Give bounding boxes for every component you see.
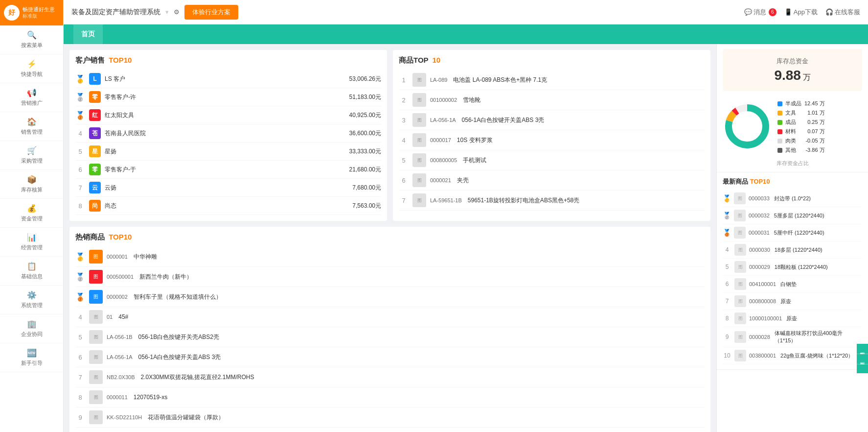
app-download-btn[interactable]: 📱 App下载 xyxy=(784,8,818,17)
settings-icon[interactable]: ⚙ xyxy=(174,8,180,16)
newest-thumb: 图 xyxy=(734,312,746,324)
hot-product-rank: 5 xyxy=(75,334,85,341)
legend-item: 肉类 -0.05 万 xyxy=(777,137,825,144)
nav-icon-guide: 🆕 xyxy=(27,348,37,358)
right-panel: 库存总资金 9.88 万 xyxy=(716,44,868,432)
hot-product-medal: 🥉 xyxy=(75,292,85,302)
sidebar-item-system[interactable]: ⚙️系统管理 xyxy=(0,286,63,314)
newest-code: 000800008 xyxy=(749,298,776,304)
product-name: 056-1A白色按键开关盖ABS 3壳 xyxy=(462,116,705,124)
nav-label-corp: 企业协同 xyxy=(21,331,43,338)
sidebar-item-sales[interactable]: 🏠销售管理 xyxy=(0,112,63,141)
donut-chart-area: 半成品 12.45 万 文具 1.01 万 成品 0.25 万 材料 0.07 … xyxy=(723,96,862,158)
hot-product-code: 0000001 xyxy=(107,254,128,260)
newest-code: 0000028 xyxy=(749,334,770,340)
legend-name: 其他 xyxy=(785,146,802,154)
product-rank: 1 xyxy=(399,76,409,84)
nav-icon-search: 🔍 xyxy=(27,30,37,40)
sidebar-item-search[interactable]: 🔍搜索菜单 xyxy=(0,25,63,54)
newest-product-item: 8 图 10000100001 原壶 xyxy=(723,310,862,327)
online-service-btn[interactable]: 🎧 在线客服 xyxy=(825,8,860,17)
product-name: 夹壳 xyxy=(457,176,705,185)
customer-ranking-item: 8 尚 尚态 7,563.00元 xyxy=(75,197,381,215)
newest-name: 封边带 (1.0*22) xyxy=(774,195,862,202)
legend-name: 肉类 xyxy=(785,137,802,144)
messages-btn[interactable]: 💬 消息 6 xyxy=(744,8,777,17)
float-buttons: 客服热线服务社区直播 xyxy=(857,344,868,373)
rank-medal: 🥈 xyxy=(75,93,85,102)
newest-product-item: 6 图 004100001 白钢垫 xyxy=(723,276,862,293)
sidebar-item-purchase[interactable]: 🛒采购管理 xyxy=(0,141,63,170)
product-top-right-item: 3 图 LA-056-1A 056-1A白色按键开关盖ABS 3壳 xyxy=(399,110,705,130)
newest-name: 5厘多层 (1220*2440) xyxy=(774,212,862,219)
phone-icon: 📱 xyxy=(784,8,792,16)
legend-name: 成品 xyxy=(785,119,804,126)
newest-thumb: 图 xyxy=(734,210,746,221)
stock-unit: 万 xyxy=(803,73,811,81)
customer-ranking-item: 4 苍 苍南县人民医院 36,600.00元 xyxy=(75,124,381,143)
newest-product-item: 🥈 图 0000032 5厘多层 (1220*2440) xyxy=(723,207,862,224)
hot-product-code: 0000002 xyxy=(107,294,128,300)
product-rank: 4 xyxy=(399,137,409,144)
newest-name: 5厘中纤 (1220*2440) xyxy=(774,229,862,237)
hot-product-code: 000500001 xyxy=(107,274,134,280)
product-top-right-item: 1 图 LA-089 电池盖 LA-089 ABS本色+黑种 7.1克 xyxy=(399,70,705,90)
messages-label: 消息 xyxy=(754,8,766,17)
dropdown-icon[interactable]: ▾ xyxy=(165,8,169,16)
newest-rank: 4 xyxy=(723,246,731,253)
sidebar-item-finance[interactable]: 💰资金管理 xyxy=(0,199,63,228)
home-tab[interactable]: 首页 xyxy=(73,24,103,44)
sidebar-item-quick[interactable]: ⚡快捷导航 xyxy=(0,54,63,83)
newest-thumb: 图 xyxy=(734,261,746,273)
nav-label-purchase: 采购管理 xyxy=(21,157,43,165)
float-btn-1[interactable]: 服务社区 xyxy=(857,354,868,364)
nav-label-sales: 销售管理 xyxy=(21,128,43,136)
sidebar-item-basic[interactable]: 📋基础信息 xyxy=(0,257,63,286)
customer-ranking-list: 🥇 L LS 客户 53,006.26元 🥈 零 零售客户-许 51,183.0… xyxy=(75,70,381,215)
nav-icon-sales: 🏠 xyxy=(27,117,37,126)
newest-thumb: 图 xyxy=(734,331,746,343)
newest-name: 白钢垫 xyxy=(780,281,862,288)
donut-chart xyxy=(723,102,772,152)
product-thumb: 图 xyxy=(412,93,426,107)
nav-icon-system: ⚙️ xyxy=(27,290,37,300)
sidebar-item-corp[interactable]: 🏢企业协同 xyxy=(0,314,63,343)
hot-product-thumb: 图 xyxy=(89,250,103,264)
hot-product-medal: 🥇 xyxy=(75,252,85,262)
newest-product-item: 10 图 003800001 22g鱼豆腐-烧烤味（1*12*20） xyxy=(723,347,862,364)
content-area: 客户销售 TOP10 🥇 L LS 客户 53,006.26元 🥈 零 零售客户… xyxy=(64,44,868,432)
legend-dot xyxy=(777,111,782,116)
rank-name: 零售客户-于 xyxy=(105,166,345,174)
hot-product-code: KK-SD22110H xyxy=(107,414,142,420)
sidebar-item-stock[interactable]: 📦库存核算 xyxy=(0,170,63,199)
customer-ranking-item: 🥉 红 红太阳文具 40,925.00元 xyxy=(75,106,381,124)
nav-icon-basic: 📋 xyxy=(27,262,37,271)
rank-amount: 40,925.00元 xyxy=(349,111,381,120)
newest-medal: 🥈 xyxy=(723,212,731,219)
stock-section: 库存总资金 9.88 万 xyxy=(717,44,868,172)
hot-product-item: 6 图 LA-056-1A 056-1A白色按键开关盖ABS 3壳 xyxy=(75,347,705,367)
sidebar-item-marketing[interactable]: 📢营销推广 xyxy=(0,83,63,112)
hot-product-rank: 9 xyxy=(75,414,85,421)
rank-avatar: 尚 xyxy=(89,200,101,212)
legend-name: 半成品 xyxy=(785,100,801,107)
hot-product-thumb: 图 xyxy=(89,330,103,344)
newest-code: 003800001 xyxy=(749,353,776,359)
trial-btn[interactable]: 体验行业方案 xyxy=(184,5,238,20)
product-rank: 3 xyxy=(399,117,409,124)
legend-item: 半成品 12.45 万 xyxy=(777,100,825,107)
sidebar-item-guide[interactable]: 🆕新手引导 xyxy=(0,343,63,372)
sidebar-item-operation[interactable]: 📊经营管理 xyxy=(0,228,63,257)
product-top-right-card: 商品TOP 10 1 图 LA-089 电池盖 LA-089 ABS本色+黑种 … xyxy=(393,50,710,221)
rank-avatar: 星 xyxy=(89,145,101,157)
newest-code: 10000100001 xyxy=(749,315,782,321)
rank-name: 云扬 xyxy=(105,184,348,192)
newest-thumb: 图 xyxy=(734,350,746,361)
float-btn-2[interactable]: 直播 xyxy=(857,364,868,373)
hot-product-code: LA-056-1B xyxy=(107,334,133,340)
customer-ranking-item: 6 零 零售客户-于 21,680.00元 xyxy=(75,161,381,179)
rank-amount: 7,563.00元 xyxy=(352,202,381,210)
product-name: 雪地靴 xyxy=(463,96,705,104)
float-btn-0[interactable]: 客服热线 xyxy=(857,344,868,354)
nav-label-system: 系统管理 xyxy=(21,302,43,309)
